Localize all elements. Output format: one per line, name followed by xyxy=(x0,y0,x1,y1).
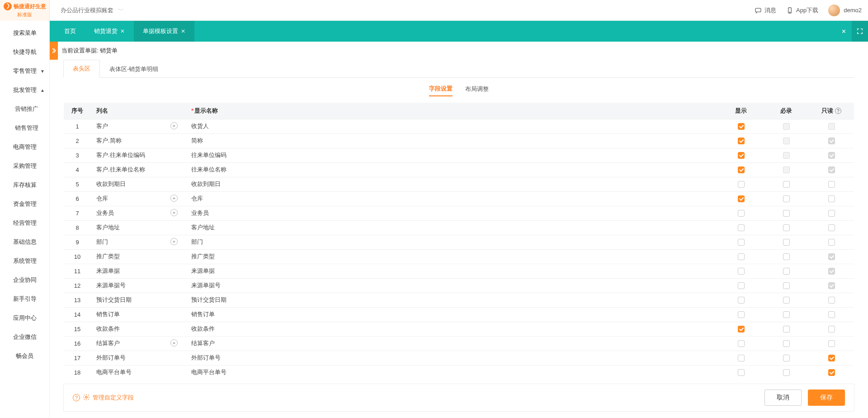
tab-header-area[interactable]: 表头区 xyxy=(63,60,100,78)
cell-display-name[interactable]: 收货人 xyxy=(186,119,718,133)
checkbox[interactable] xyxy=(828,355,835,361)
add-icon[interactable]: + xyxy=(170,238,178,245)
close-icon[interactable]: ✕ xyxy=(120,28,125,34)
sidebar-item-4[interactable]: 营销推广 xyxy=(0,100,49,119)
cell-display-name[interactable]: 客户地址 xyxy=(186,220,718,235)
sidebar-item-1[interactable]: 快捷导航 xyxy=(0,43,49,62)
cell-display-name[interactable]: 推广类型 xyxy=(186,249,718,264)
brand-logo[interactable]: 畅捷通好生意 标准版 xyxy=(0,0,50,21)
checkbox[interactable] xyxy=(783,195,790,202)
checkbox[interactable] xyxy=(738,239,745,246)
checkbox[interactable] xyxy=(828,340,835,347)
sidebar-item-11[interactable]: 基础信息 xyxy=(0,233,49,252)
checkbox[interactable] xyxy=(828,181,835,188)
checkbox[interactable] xyxy=(738,181,745,188)
checkbox[interactable] xyxy=(738,253,745,260)
tab-body-area[interactable]: 表体区-销货单明细 xyxy=(100,60,168,78)
checkbox[interactable] xyxy=(738,326,745,332)
checkbox[interactable] xyxy=(738,123,745,130)
checkbox[interactable] xyxy=(783,268,790,275)
add-icon[interactable]: + xyxy=(170,339,178,347)
sidebar-item-13[interactable]: 企业协同 xyxy=(0,271,49,290)
cell-display-name[interactable]: 来源单据 xyxy=(186,264,718,278)
add-icon[interactable]: + xyxy=(170,122,178,129)
checkbox[interactable] xyxy=(738,340,745,347)
sidebar-item-10[interactable]: 经营管理 xyxy=(0,214,49,233)
sidebar-item-7[interactable]: 采购管理 xyxy=(0,157,49,176)
cell-display-name[interactable]: 业务员 xyxy=(186,206,718,220)
checkbox[interactable] xyxy=(738,268,745,275)
checkbox[interactable] xyxy=(783,239,790,246)
checkbox[interactable] xyxy=(738,152,745,159)
checkbox[interactable] xyxy=(738,369,745,376)
checkbox[interactable] xyxy=(783,369,790,376)
checkbox[interactable] xyxy=(738,138,745,144)
save-button[interactable]: 保存 xyxy=(808,390,845,406)
tab-close-all-button[interactable]: ✕ xyxy=(835,21,852,42)
checkbox[interactable] xyxy=(738,195,745,202)
checkbox[interactable] xyxy=(783,297,790,304)
sidebar-item-5[interactable]: 销售管理 xyxy=(0,119,49,138)
cell-display-name[interactable]: 仓库 xyxy=(186,191,718,206)
add-icon[interactable]: + xyxy=(170,195,178,202)
checkbox[interactable] xyxy=(783,326,790,332)
checkbox[interactable] xyxy=(783,224,790,231)
cancel-button[interactable]: 取消 xyxy=(764,390,802,406)
checkbox[interactable] xyxy=(828,224,835,231)
add-icon[interactable]: + xyxy=(170,209,178,216)
tab-template-settings[interactable]: 单据模板设置 ✕ xyxy=(134,21,194,42)
checkbox[interactable] xyxy=(828,311,835,318)
cell-display-name[interactable]: 来源单据号 xyxy=(186,278,718,293)
checkbox[interactable] xyxy=(738,282,745,289)
switch-field-settings[interactable]: 字段设置 xyxy=(429,85,453,96)
cell-display-name[interactable]: 预计交货日期 xyxy=(186,293,718,307)
checkbox[interactable] xyxy=(828,210,835,217)
checkbox[interactable] xyxy=(783,311,790,318)
sidebar-item-16[interactable]: 企业微信 xyxy=(0,328,49,347)
app-download-button[interactable]: App下载 xyxy=(786,6,818,14)
sidebar-item-6[interactable]: 电商管理 xyxy=(0,138,49,157)
cell-display-name[interactable]: 电商平台单号 xyxy=(186,365,718,379)
sidebar-item-12[interactable]: 系统管理 xyxy=(0,252,49,271)
checkbox[interactable] xyxy=(783,340,790,347)
sidebar-item-0[interactable]: 搜索菜单 xyxy=(0,24,49,43)
sidebar-item-14[interactable]: 新手引导 xyxy=(0,290,49,309)
checkbox[interactable] xyxy=(828,239,835,246)
checkbox[interactable] xyxy=(738,166,745,173)
info-icon[interactable]: ? xyxy=(835,108,841,114)
panel-toggle-button[interactable] xyxy=(50,42,58,60)
checkbox[interactable] xyxy=(828,297,835,304)
checkbox[interactable] xyxy=(738,311,745,318)
fields-table-scroll[interactable]: 序号 列名 *显示名称 显示 必录 只读? 1客户+收货人2客户.简称简称3客户… xyxy=(63,102,854,379)
cell-display-name[interactable]: 往来单位名称 xyxy=(186,162,718,177)
switch-layout-adjust[interactable]: 布局调整 xyxy=(465,85,489,96)
messages-button[interactable]: 消息 xyxy=(755,6,776,14)
checkbox[interactable] xyxy=(738,297,745,304)
cell-display-name[interactable]: 结算客户 xyxy=(186,336,718,351)
checkbox[interactable] xyxy=(783,282,790,289)
close-icon[interactable]: ✕ xyxy=(181,28,185,34)
tab-home[interactable]: 首页 xyxy=(55,21,85,42)
checkbox[interactable] xyxy=(828,326,835,332)
cell-display-name[interactable]: 简称 xyxy=(186,133,718,148)
tab-sales-return[interactable]: 销货退货 ✕ xyxy=(85,21,134,42)
manage-custom-fields-link[interactable]: ? 管理自定义字段 xyxy=(73,394,134,402)
checkbox[interactable] xyxy=(783,355,790,361)
checkbox[interactable] xyxy=(738,224,745,231)
cell-display-name[interactable]: 收款条件 xyxy=(186,322,718,336)
cell-display-name[interactable]: 外部订单号 xyxy=(186,351,718,365)
sidebar-item-17[interactable]: 畅会员 xyxy=(0,347,49,366)
sidebar-item-8[interactable]: 库存核算 xyxy=(0,176,49,195)
checkbox[interactable] xyxy=(783,181,790,188)
cell-display-name[interactable]: 往来单位编码 xyxy=(186,148,718,162)
sidebar-item-2[interactable]: 零售管理▼ xyxy=(0,62,49,81)
cell-display-name[interactable]: 销售订单 xyxy=(186,307,718,322)
sidebar-item-9[interactable]: 资金管理 xyxy=(0,195,49,214)
checkbox[interactable] xyxy=(828,369,835,376)
sidebar-item-3[interactable]: 批发管理▲ xyxy=(0,81,49,100)
fullscreen-button[interactable] xyxy=(852,21,868,42)
cell-display-name[interactable]: 部门 xyxy=(186,235,718,249)
checkbox[interactable] xyxy=(783,210,790,217)
avatar[interactable] xyxy=(828,5,840,16)
checkbox[interactable] xyxy=(738,210,745,217)
